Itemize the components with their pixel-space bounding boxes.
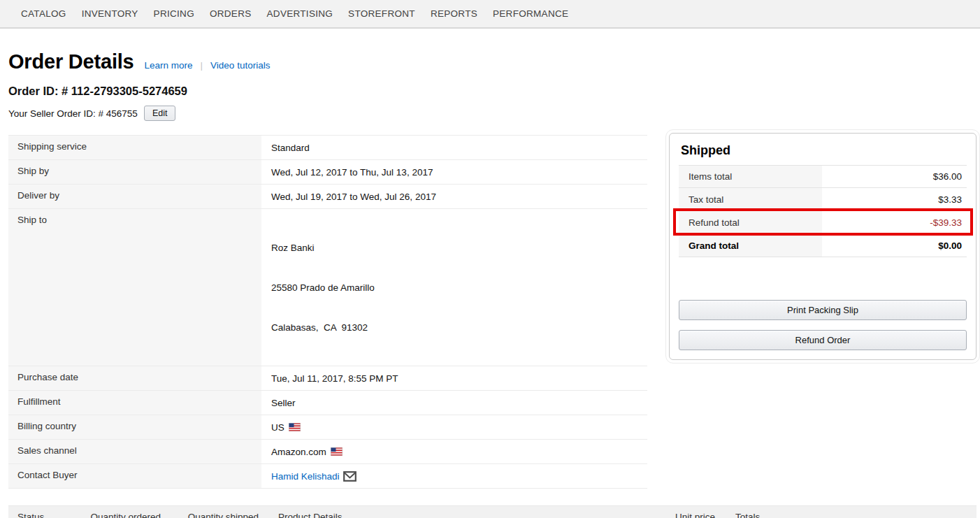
header-qty-shipped: Quantity shipped: [161, 512, 259, 518]
info-row-contact-buyer: Contact Buyer Hamid Kelishadi: [8, 464, 647, 489]
info-label: Billing country: [8, 415, 261, 439]
summary-value: -$39.33: [822, 217, 967, 228]
info-row-billing-country: Billing country US: [8, 415, 647, 440]
info-row-sales-channel: Sales channel Amazon.com: [8, 440, 647, 464]
info-label: Sales channel: [8, 440, 261, 463]
nav-item-advertising[interactable]: ADVERTISING: [267, 8, 333, 19]
summary-row-refund-total: Refund total -$39.33: [679, 211, 967, 234]
ship-to-address: Roz Banki 25580 Prado de Amarillo Calaba…: [261, 209, 647, 366]
nav-item-reports[interactable]: REPORTS: [431, 8, 477, 19]
order-summary-panel: Shipped Items total $36.00 Tax total $3.…: [669, 133, 977, 360]
order-details-page: Order Details Learn more | Video tutoria…: [0, 50, 980, 518]
envelope-icon[interactable]: [343, 471, 356, 482]
header-status: Status: [8, 512, 75, 518]
top-nav: CATALOG INVENTORY PRICING ORDERS ADVERTI…: [0, 0, 980, 29]
edit-button[interactable]: Edit: [144, 106, 176, 121]
sales-channel-value: Amazon.com: [271, 447, 326, 457]
us-flag-icon: [289, 423, 301, 431]
info-value: Standard: [261, 136, 647, 159]
summary-row-tax-total: Tax total $3.33: [679, 188, 967, 211]
print-packing-slip-button[interactable]: Print Packing Slip: [679, 300, 967, 320]
summary-value: $3.33: [822, 194, 967, 205]
info-label: Purchase date: [8, 366, 261, 390]
header-qty-ordered: Quantity ordered: [75, 512, 161, 518]
summary-title: Shipped: [681, 143, 967, 158]
video-tutorials-link[interactable]: Video tutorials: [210, 60, 270, 71]
info-row-purchase-date: Purchase date Tue, Jul 11, 2017, 8:55 PM…: [8, 366, 647, 391]
seller-order-id-text: Your Seller Order ID: # 456755: [8, 108, 138, 119]
summary-row-grand-total: Grand total $0.00: [679, 234, 967, 257]
order-items-table: Status Quantity ordered Quantity shipped…: [8, 505, 977, 518]
nav-item-storefront[interactable]: STOREFRONT: [348, 8, 415, 19]
info-value: Tue, Jul 11, 2017, 8:55 PM PT: [261, 366, 647, 390]
summary-spacer: [679, 257, 967, 290]
nav-item-orders[interactable]: ORDERS: [210, 8, 252, 19]
info-value: Wed, Jul 19, 2017 to Wed, Jul 26, 2017: [261, 185, 647, 208]
refund-order-button[interactable]: Refund Order: [679, 330, 967, 350]
ship-to-city: Calabasas, CA 91302: [271, 321, 647, 334]
summary-row-items-total: Items total $36.00: [679, 165, 967, 188]
info-value: Amazon.com: [261, 440, 647, 463]
billing-country-value: US: [271, 422, 284, 433]
us-flag-icon: [331, 447, 343, 456]
items-table-header: Status Quantity ordered Quantity shipped…: [8, 505, 977, 518]
summary-label: Items total: [679, 166, 822, 187]
learn-more-link[interactable]: Learn more: [145, 60, 193, 71]
info-value: Hamid Kelishadi: [261, 464, 647, 488]
info-value: US: [261, 415, 647, 439]
info-label: Contact Buyer: [8, 464, 261, 488]
info-label: Deliver by: [8, 185, 261, 208]
seller-order-id-line: Your Seller Order ID: # 456755 Edit: [8, 106, 977, 121]
summary-label: Tax total: [679, 188, 822, 210]
header-product-details: Product Details: [259, 512, 631, 518]
page-header: Order Details Learn more | Video tutoria…: [8, 50, 977, 73]
nav-item-catalog[interactable]: CATALOG: [21, 8, 66, 19]
info-label: Fulfillment: [8, 391, 261, 415]
page-title: Order Details: [8, 50, 134, 73]
summary-label: Refund total: [679, 211, 822, 233]
ship-to-name: Roz Banki: [271, 241, 647, 254]
info-row-ship-by: Ship by Wed, Jul 12, 2017 to Thu, Jul 13…: [8, 160, 647, 185]
header-separator: |: [201, 60, 203, 71]
info-label: Shipping service: [8, 136, 261, 159]
header-unit-price: Unit price: [631, 512, 715, 518]
info-row-ship-to: Ship to Roz Banki 25580 Prado de Amarill…: [8, 209, 647, 366]
ship-to-street: 25580 Prado de Amarillo: [271, 281, 647, 294]
nav-item-performance[interactable]: PERFORMANCE: [493, 8, 568, 19]
info-row-fulfillment: Fulfillment Seller: [8, 391, 647, 415]
summary-label: Grand total: [679, 234, 822, 257]
info-label: Ship by: [8, 160, 261, 184]
info-value: Wed, Jul 12, 2017 to Thu, Jul 13, 2017: [261, 160, 647, 184]
order-id-heading: Order ID: # 112-2793305-5274659: [8, 85, 977, 98]
order-info-section: Shipping service Standard Ship by Wed, J…: [8, 135, 977, 489]
nav-item-pricing[interactable]: PRICING: [154, 8, 194, 19]
info-value: Seller: [261, 391, 647, 415]
order-info-table: Shipping service Standard Ship by Wed, J…: [8, 135, 647, 489]
info-label: Ship to: [8, 209, 261, 366]
contact-buyer-link[interactable]: Hamid Kelishadi: [271, 471, 340, 482]
summary-value: $0.00: [822, 240, 967, 251]
header-totals: Totals: [735, 512, 977, 518]
info-row-shipping-service: Shipping service Standard: [8, 136, 647, 160]
info-row-deliver-by: Deliver by Wed, Jul 19, 2017 to Wed, Jul…: [8, 185, 647, 209]
summary-value: $36.00: [822, 171, 967, 182]
nav-item-inventory[interactable]: INVENTORY: [82, 8, 138, 19]
